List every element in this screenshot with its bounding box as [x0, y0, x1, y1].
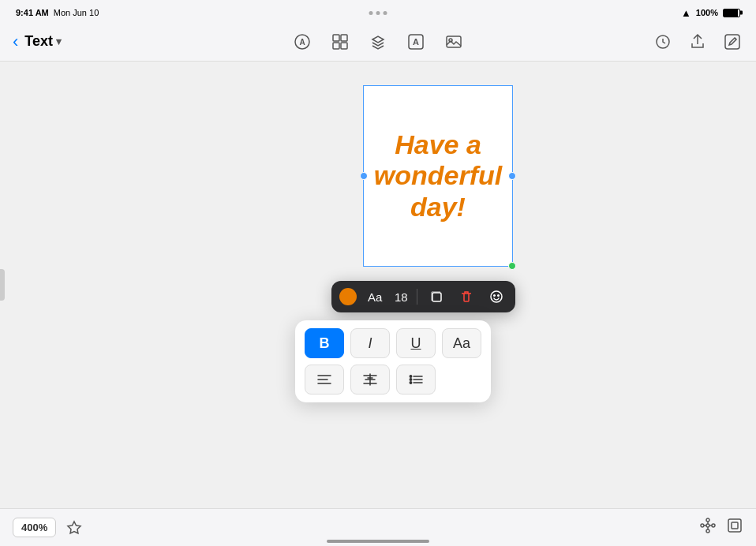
underline-label: U: [411, 335, 421, 352]
italic-label: I: [368, 335, 372, 352]
svg-point-31: [701, 524, 704, 527]
svg-point-32: [712, 524, 715, 527]
svg-point-15: [498, 295, 500, 297]
case-label: Aa: [453, 335, 470, 352]
text-box-content: Have a wonderful day!: [366, 122, 510, 230]
svg-rect-11: [725, 35, 739, 49]
emoji-button[interactable]: [485, 286, 507, 308]
layers-icon[interactable]: [367, 31, 389, 53]
resize-handle-right[interactable]: [508, 172, 516, 180]
svg-text:A: A: [413, 37, 419, 47]
underline-button[interactable]: U: [396, 328, 436, 358]
case-button[interactable]: Aa: [442, 328, 481, 358]
font-aa-button[interactable]: Aa: [365, 289, 385, 305]
battery-icon: [723, 9, 740, 17]
svg-text:A: A: [299, 38, 305, 47]
battery-percent: 100%: [696, 8, 718, 17]
bottom-right: [699, 517, 743, 538]
toolbar-center: A A: [291, 31, 465, 53]
duplicate-button[interactable]: [425, 286, 447, 308]
svg-rect-3: [341, 35, 347, 41]
annotate-icon[interactable]: A: [291, 31, 313, 53]
format-panel: B I U Aa: [295, 320, 491, 402]
text-format-icon[interactable]: A: [405, 31, 427, 53]
svg-point-14: [494, 295, 496, 297]
chevron-down-icon: ▾: [56, 36, 62, 47]
photo-icon[interactable]: [443, 31, 465, 53]
favorite-button[interactable]: [62, 516, 86, 540]
dot2: [376, 11, 380, 15]
toolbar-left: ‹ Text ▾: [13, 33, 62, 50]
delete-button[interactable]: [455, 286, 477, 308]
bold-label: B: [320, 335, 330, 352]
svg-rect-8: [447, 36, 461, 47]
format-row-2: [305, 365, 481, 395]
font-size-display: 18: [393, 290, 409, 304]
svg-rect-39: [728, 519, 741, 532]
svg-rect-2: [333, 35, 339, 41]
edit-icon[interactable]: [721, 31, 743, 53]
text-line3: day!: [410, 192, 466, 222]
separator1: [417, 289, 417, 305]
svg-point-29: [410, 382, 411, 383]
status-date: Mon Jun 10: [54, 8, 99, 17]
svg-point-33: [706, 518, 709, 522]
dot1: [369, 11, 373, 15]
home-bar: [327, 540, 429, 543]
back-button[interactable]: ‹: [13, 33, 18, 50]
svg-rect-5: [341, 43, 347, 49]
svg-point-30: [706, 524, 709, 527]
bold-button[interactable]: B: [305, 328, 344, 358]
format-row-1: B I U Aa: [305, 328, 481, 358]
svg-point-13: [491, 291, 502, 302]
font-aa-label: Aa: [368, 290, 382, 304]
toolbar-right: [652, 31, 743, 53]
status-right: ▲ 100%: [681, 7, 740, 19]
canvas-area: Have a wonderful day! Aa 18: [0, 62, 756, 508]
center-all-button[interactable]: [350, 365, 390, 395]
status-center: [369, 11, 387, 15]
float-toolbar: Aa 18: [331, 281, 515, 312]
zoom-badge[interactable]: 400%: [13, 518, 56, 537]
svg-rect-12: [432, 293, 441, 301]
dot3: [384, 11, 387, 15]
svg-rect-40: [732, 522, 738, 529]
italic-button[interactable]: I: [350, 328, 390, 358]
sidebar-handle[interactable]: [0, 269, 5, 301]
resize-handle-bottom-right[interactable]: [508, 262, 516, 270]
status-bar: 9:41 AM Mon Jun 10 ▲ 100%: [0, 0, 756, 22]
main-toolbar: ‹ Text ▾ A: [0, 22, 756, 62]
svg-point-34: [706, 529, 709, 533]
text-line1: Have a: [395, 129, 481, 159]
align-left-button[interactable]: [305, 365, 344, 395]
text-line2: wonderful: [374, 160, 502, 190]
list-button[interactable]: [396, 365, 436, 395]
title-dropdown[interactable]: Text ▾: [24, 33, 62, 50]
color-picker-button[interactable]: [339, 288, 357, 305]
status-time: 9:41 AM: [16, 8, 49, 17]
frame-icon[interactable]: [726, 517, 743, 538]
resize-handle-left[interactable]: [360, 172, 368, 180]
grid-icon[interactable]: [329, 31, 351, 53]
nodes-icon[interactable]: [699, 517, 717, 538]
svg-rect-4: [333, 43, 339, 49]
svg-point-28: [410, 379, 411, 380]
svg-point-27: [410, 376, 411, 377]
text-box[interactable]: Have a wonderful day!: [363, 85, 513, 267]
wifi-icon: ▲: [681, 7, 691, 19]
clock-icon[interactable]: [652, 31, 674, 53]
document-title: Text: [24, 33, 53, 50]
share-icon[interactable]: [687, 31, 709, 53]
